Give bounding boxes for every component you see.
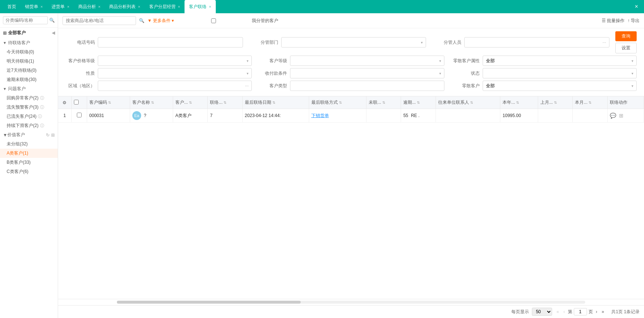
th-no-contact: 未联... ⇅: [366, 96, 401, 109]
sidebar-item-tomorrow[interactable]: 明天待联络(1): [0, 57, 58, 66]
sort-year-icon: ⇅: [516, 100, 519, 105]
sidebar-item-overdue[interactable]: 逾期未联络(30): [0, 75, 58, 84]
td-this-year: 10995.00: [500, 109, 538, 123]
last-page-btn[interactable]: »: [600, 308, 606, 315]
phone-input[interactable]: [98, 37, 243, 47]
more-filter-btn[interactable]: ▼ 更多条件 ▾: [147, 18, 174, 24]
close-customer-contact-tab[interactable]: ×: [209, 4, 211, 9]
close-window-btn[interactable]: ×: [632, 3, 641, 10]
nav-purchase[interactable]: 进货单 ×: [47, 0, 74, 13]
dept-select[interactable]: ▾: [281, 37, 426, 47]
my-customer-checkbox[interactable]: [177, 18, 250, 23]
filter-cell-dept: 分管部门 ▾: [246, 37, 429, 47]
th-last-method: 最后联络方式 ⇅: [309, 96, 366, 109]
first-page-btn[interactable]: «: [555, 308, 561, 315]
sidebar-item-today[interactable]: 今天待联络(0): [0, 47, 58, 57]
sidebar-item-declining[interactable]: 持续下滑客户(2) ⓘ: [0, 121, 58, 130]
close-product-list-tab[interactable]: ×: [138, 4, 140, 9]
phone-label: 电话号码: [65, 39, 95, 46]
setting-button[interactable]: 设置: [615, 43, 637, 53]
status-select[interactable]: ▾: [483, 68, 637, 78]
nav-customer-contact[interactable]: 客户联络 ×: [185, 0, 215, 13]
sidebar-item-churn-warning[interactable]: 流失预警客户(3) ⓘ: [0, 103, 58, 112]
close-sales-tab[interactable]: ×: [40, 4, 43, 9]
th-overdue: 逾期... ⇅: [401, 96, 436, 109]
sidebar-item-7days[interactable]: 近7天待联络(0): [0, 66, 58, 75]
filter-icon: ▼: [147, 18, 152, 23]
chat-icon[interactable]: 💬: [610, 113, 616, 119]
nav-product-list[interactable]: 商品分析列表 ×: [105, 0, 144, 13]
filter-cell-status: 状态 ▾: [447, 68, 640, 78]
td-last-date: 2023-04-12 14:44:: [242, 109, 309, 123]
customer-level-arrow: ▾: [439, 59, 441, 63]
scrollbar-thumb[interactable]: [117, 301, 301, 304]
nav-product-analysis[interactable]: 商品分析 ×: [74, 0, 105, 13]
th-action: 联络动作: [607, 96, 644, 109]
close-product-analysis-tab[interactable]: ×: [98, 4, 100, 9]
select-all-checkbox[interactable]: [74, 100, 79, 105]
my-customer-checkbox-label[interactable]: 我分管的客户: [177, 18, 278, 24]
per-page-select[interactable]: 50 100 200: [532, 308, 552, 316]
add-group-icon[interactable]: ⊞: [51, 132, 55, 138]
td-contact-count: 7: [208, 109, 242, 123]
customer-type-label: 客户类型: [258, 83, 287, 89]
retail-arrow: ▾: [632, 84, 633, 88]
nav-home[interactable]: 首页: [3, 0, 21, 13]
th-this-month: 本月... ⇅: [573, 96, 607, 109]
manager-select[interactable]: ···: [464, 37, 609, 47]
filter-cell-retail: 零散客户 全部 ▾: [447, 81, 640, 91]
refresh-icon[interactable]: ↻: [46, 132, 50, 138]
info-icon-4: ⓘ: [40, 123, 44, 128]
filter-cell-customer-type: 客户类型: [255, 81, 447, 91]
export-icon: ↑: [627, 18, 630, 23]
filter-row-4: 区域（地区） ··· 客户类型 零散客户 全部 ▾: [62, 81, 640, 91]
value-section[interactable]: ▼ 价值客户 ↻ ⊞: [0, 130, 58, 139]
problem-section[interactable]: ▼ 问题客户: [0, 84, 58, 93]
sidebar-search-area: 🔍: [0, 13, 58, 28]
nature-select[interactable]: ▾: [98, 68, 252, 78]
sidebar-item-class-a[interactable]: A类客户(1): [0, 149, 58, 158]
batch-op-btn[interactable]: ☰ 批量操作: [602, 18, 625, 24]
page-input[interactable]: [574, 308, 587, 315]
payment-select[interactable]: ▾: [290, 68, 444, 78]
search-icon[interactable]: 🔍: [139, 18, 144, 23]
last-method-link[interactable]: 下销货单: [311, 113, 329, 118]
pending-section[interactable]: ▼ 待联络客户: [0, 38, 58, 47]
filter-cell-payment: 收付款条件 ▾: [255, 68, 447, 78]
retail-select[interactable]: 全部 ▾: [483, 81, 637, 91]
qr-icon[interactable]: ⊞: [619, 113, 623, 119]
sidebar-search-input[interactable]: [3, 16, 48, 24]
action-buttons-area: 查询 设置: [612, 31, 640, 53]
page-label: 第: [568, 309, 572, 315]
top-nav: 首页 销货单 × 进货单 × 商品分析 × 商品分析列表 × 客户分层经营 × …: [0, 0, 644, 13]
next-page-btn[interactable]: ›: [594, 308, 599, 315]
customer-level-select[interactable]: ▾: [290, 56, 444, 66]
sidebar-all-customers[interactable]: ⊞ 全部客户 ◀: [0, 28, 58, 38]
search-input[interactable]: [62, 16, 136, 25]
filter-cell-manager: 分管人员 ···: [429, 37, 612, 47]
region-select[interactable]: ···: [98, 81, 252, 91]
sidebar-item-repurchase[interactable]: 回购异常客户(2) ⓘ: [0, 93, 58, 103]
sort-lm-icon: ⇅: [554, 100, 557, 105]
row-checkbox[interactable]: [77, 113, 82, 117]
problem-arrow: ▼: [3, 87, 7, 91]
sidebar-item-unclassified[interactable]: 未分组(32): [0, 139, 58, 149]
export-btn[interactable]: ↑ 导出: [627, 18, 640, 24]
sidebar-item-class-c[interactable]: C类客户(6): [0, 167, 58, 176]
query-button[interactable]: 查询: [615, 31, 637, 41]
sort-code-icon: ⇅: [108, 100, 111, 105]
customer-type-input[interactable]: [290, 81, 444, 91]
nav-sales[interactable]: 销货单 ×: [21, 0, 47, 13]
prev-page-btn[interactable]: ‹: [562, 308, 566, 315]
more-filter-arrow: ▾: [172, 18, 174, 23]
nav-customer-tier[interactable]: 客户分层经营 ×: [145, 0, 185, 13]
close-purchase-tab[interactable]: ×: [67, 4, 69, 9]
price-level-select[interactable]: ▾: [98, 56, 252, 66]
close-customer-tier-tab[interactable]: ×: [178, 4, 180, 9]
sidebar-item-churned[interactable]: 已流失客户(24) ⓘ: [0, 112, 58, 121]
sidebar-search-icon[interactable]: 🔍: [49, 18, 55, 23]
sidebar-item-class-b[interactable]: B类客户(33): [0, 158, 58, 167]
page-nav: « ‹ 第 页 › »: [555, 308, 605, 315]
retail-attr-select[interactable]: 全部 ▾: [483, 56, 637, 66]
gear-icon[interactable]: ⚙: [62, 100, 67, 105]
